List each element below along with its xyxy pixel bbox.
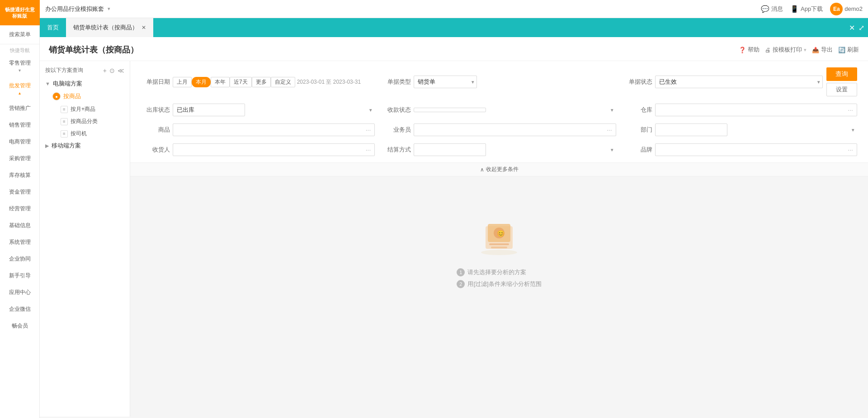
add-scheme-icon[interactable]: + (103, 67, 107, 74)
industry-dropdown-icon[interactable]: ▾ (108, 6, 110, 12)
mobile-scheme-group-header[interactable]: ▶ 移动端方案 (40, 140, 130, 152)
tab-sales-report[interactable]: 销货单统计表（按商品） ✕ (66, 18, 153, 37)
product-label: 商品 (141, 126, 170, 134)
sidebar-item-label: 基础信息 (9, 222, 31, 228)
tab-close-icon[interactable]: ✕ (142, 24, 146, 31)
sidebar-item-system[interactable]: 系统管理 (0, 234, 39, 251)
filter-staff-col: 业务员 ··· (378, 122, 619, 138)
sidebar-item-wholesale[interactable]: 批发管理 ▴ (0, 77, 39, 100)
sidebar-search-button[interactable]: 搜索菜单 (3, 29, 37, 40)
warehouse-value: ··· (655, 104, 857, 116)
scheme-item-by-month-product[interactable]: ≡ 按月+商品 (40, 103, 130, 115)
warehouse-input[interactable]: ··· (655, 104, 857, 116)
sidebar-item-newbie[interactable]: 新手引导 (0, 267, 39, 284)
sidebar-item-appstore[interactable]: 应用中心 (0, 284, 39, 301)
scheme-item-icon: ≡ (61, 106, 68, 113)
settle-select-wrapper[interactable]: ▾ (414, 143, 616, 156)
sidebar: 畅捷通好生意 标账版 搜索菜单 快捷导航 零售管理 ▾ 批发管理 ▴ 营销推广 … (0, 0, 40, 418)
sidebar-item-purchase[interactable]: 采购管理 (0, 150, 39, 167)
sidebar-item-vip[interactable]: 畅会员 (0, 318, 39, 334)
warehouse-dots[interactable]: ··· (848, 106, 853, 114)
brand-dots[interactable]: ··· (848, 146, 853, 153)
tab-home-label: 首页 (47, 24, 59, 32)
brand-input[interactable]: ··· (655, 143, 857, 156)
refresh-button[interactable]: 🔄 刷新 (838, 46, 859, 54)
docstatus-select-wrapper[interactable]: 已生效 ▾ (655, 76, 823, 88)
sidebar-item-sales[interactable]: 销售管理 (0, 117, 39, 133)
settle-select[interactable] (414, 143, 486, 156)
sidebar-item-finance[interactable]: 资金管理 (0, 184, 39, 200)
sidebar-item-ecommerce[interactable]: 电商管理 (0, 133, 39, 150)
dept-select-wrapper[interactable]: ▾ (655, 124, 857, 136)
tab-home[interactable]: 首页 (40, 18, 66, 37)
receiptstatus-select-wrapper[interactable]: ▾ (414, 108, 616, 112)
print-button[interactable]: 🖨 按模板打印 ▾ (765, 46, 807, 54)
product-input[interactable]: ··· (173, 124, 375, 136)
recipient-input[interactable]: ··· (173, 143, 375, 156)
sidebar-item-inventory[interactable]: 库存核算 (0, 167, 39, 184)
scheme-item-by-category[interactable]: ≡ 按商品分类 (40, 115, 130, 128)
doctype-select[interactable]: 销货单 (414, 76, 477, 88)
settings-button[interactable]: 设置 (826, 83, 857, 96)
desktop-scheme-group-header[interactable]: ▼ 电脑端方案 (40, 78, 130, 90)
staff-input[interactable]: ··· (414, 124, 616, 136)
app-download-label: App下载 (801, 5, 823, 13)
export-button[interactable]: 📤 导出 (812, 46, 833, 54)
sidebar-item-basic[interactable]: 基础信息 (0, 217, 39, 234)
outstatus-select-wrapper[interactable]: 已出库 ▾ (173, 104, 375, 116)
tip-text-1: 请先选择要分析的方案 (467, 266, 526, 278)
docstatus-select[interactable]: 已生效 (655, 76, 823, 88)
body-layout: 按以下方案查询 + ⊙ ≪ ▼ 电脑端方案 ● 按商品 (40, 61, 868, 417)
tabbar: 首页 销货单统计表（按商品） ✕ ✕ ⤢ (40, 18, 868, 37)
filter-recipient-col: 收货人 ··· (137, 142, 378, 158)
scheme-item-icon: ≡ (61, 130, 68, 138)
sidebar-item-enterprise[interactable]: 企业协同 (0, 251, 39, 267)
print-dropdown-icon[interactable]: ▾ (804, 47, 807, 53)
staff-dots[interactable]: ··· (607, 126, 612, 133)
sidebar-item-retail[interactable]: 零售管理 ▾ (0, 55, 39, 77)
dept-select[interactable] (655, 124, 727, 136)
export-icon: 📤 (812, 47, 819, 53)
sidebar-item-label: 企业协同 (9, 256, 31, 262)
help-button[interactable]: ❓ 帮助 (739, 46, 760, 54)
receiptstatus-label: 收款状态 (382, 106, 411, 114)
warehouse-label: 仓库 (623, 106, 652, 114)
outstatus-select[interactable]: 已出库 (173, 104, 245, 116)
scheme-item-by-cashier[interactable]: ≡ 按司机 (40, 128, 130, 140)
sidebar-item-wechat[interactable]: 企业微信 (0, 301, 39, 318)
product-dots[interactable]: ··· (366, 126, 371, 133)
date-btn-custom[interactable]: 自定义 (271, 77, 295, 87)
collapse-button[interactable]: ∧ 收起更多条件 (480, 166, 519, 173)
window-maximize-icon[interactable]: ⤢ (859, 24, 864, 32)
date-btn-this-month[interactable]: 本月 (192, 77, 211, 87)
sidebar-item-marketing[interactable]: 营销推广 (0, 100, 39, 117)
docstatus-value: 已生效 ▾ (655, 76, 823, 88)
message-button[interactable]: 💬 消息 (761, 5, 783, 13)
industry-selector[interactable]: 办公用品行业模拟账套 (45, 5, 104, 13)
date-btn-last-month[interactable]: 上月 (173, 77, 192, 87)
recipient-dots[interactable]: ··· (366, 146, 371, 153)
window-close-icon[interactable]: ✕ (849, 24, 855, 32)
sidebar-item-operation[interactable]: 经营管理 (0, 200, 39, 217)
date-btn-last-7days[interactable]: 近7天 (230, 77, 252, 87)
topbar-actions: 💬 消息 📱 App下载 Ea demo2 (761, 3, 863, 15)
filter-product-col: 商品 ··· (137, 122, 378, 138)
settings-scheme-icon[interactable]: ⊙ (109, 67, 115, 74)
date-btn-this-year[interactable]: 本年 (211, 77, 230, 87)
recipient-value: ··· (173, 143, 375, 156)
filter-date-col: 单据日期 上月 本月 本年 近7天 更多 自定义 2023-03-01 至 20… (137, 66, 378, 98)
desktop-scheme-group: ▼ 电脑端方案 ● 按商品 ≡ 按月+商品 ≡ 按商品分类 (40, 78, 130, 140)
desktop-scheme-group-label: 电脑端方案 (53, 80, 82, 88)
scheme-item-by-product[interactable]: ● 按商品 (40, 90, 130, 103)
collapse-panel-icon[interactable]: ≪ (118, 67, 124, 74)
app-download-button[interactable]: 📱 App下载 (790, 5, 823, 13)
user-profile[interactable]: Ea demo2 (830, 3, 863, 15)
date-btn-more[interactable]: 更多 (252, 77, 271, 87)
query-button[interactable]: 查询 (826, 67, 857, 81)
user-name: demo2 (844, 5, 863, 12)
docstatus-label: 单据状态 (623, 78, 652, 86)
collapse-section: ∧ 收起更多条件 (130, 163, 868, 176)
staff-label: 业务员 (382, 126, 411, 134)
receiptstatus-select[interactable] (414, 108, 486, 112)
doctype-select-wrapper[interactable]: 销货单 ▾ (414, 76, 477, 88)
